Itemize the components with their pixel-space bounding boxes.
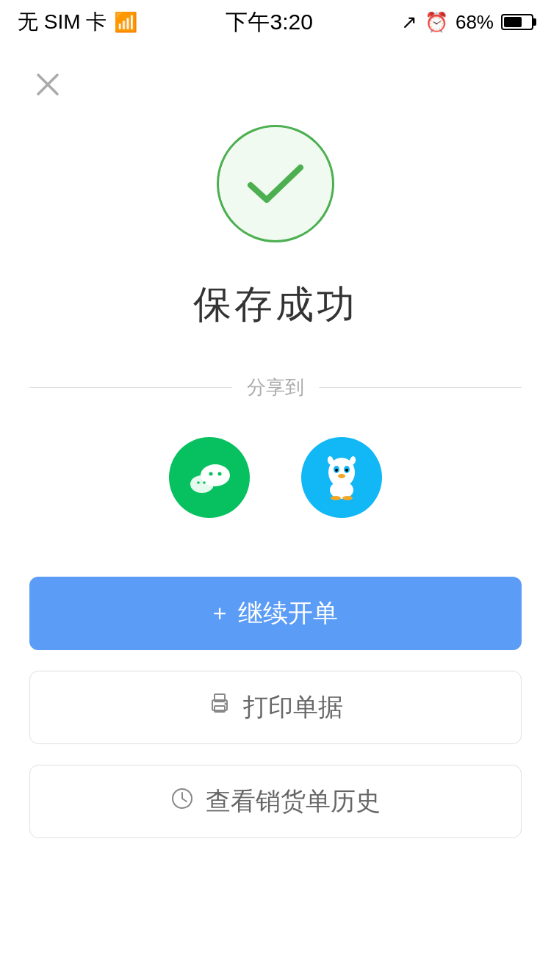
status-bar: 无 SIM 卡 📶 下午3:20 ↗ ⏰ 68%: [0, 0, 551, 44]
print-icon: [208, 693, 231, 722]
main-content: 保存成功 分享到: [0, 44, 551, 980]
history-icon: [170, 787, 194, 816]
printer-svg: [208, 693, 231, 716]
battery-text: 68%: [455, 11, 494, 34]
close-button[interactable]: [29, 66, 66, 103]
carrier-text: 无 SIM 卡: [18, 8, 107, 36]
history-button[interactable]: 查看销货单历史: [29, 765, 522, 838]
svg-point-7: [203, 481, 206, 484]
status-right: ↗ ⏰ 68%: [401, 11, 533, 34]
clock-svg: [170, 787, 194, 810]
svg-point-16: [342, 496, 353, 500]
svg-point-12: [345, 469, 348, 472]
alarm-icon: ⏰: [425, 11, 448, 34]
checkmark-icon: [246, 162, 305, 206]
svg-point-4: [209, 472, 212, 475]
success-circle: [217, 125, 334, 242]
plus-icon: +: [213, 600, 227, 627]
svg-point-5: [217, 472, 221, 475]
share-divider-row: 分享到: [29, 375, 522, 400]
wechat-icon: [186, 458, 234, 498]
battery-icon: [501, 14, 533, 30]
success-title: 保存成功: [193, 279, 358, 331]
svg-point-22: [225, 703, 227, 705]
share-section: 分享到: [29, 375, 522, 518]
share-icons: [169, 437, 382, 518]
share-label: 分享到: [247, 375, 304, 400]
svg-point-15: [331, 496, 341, 500]
actions: + 继续开单 打印单据 查看销货单历史: [29, 577, 522, 838]
svg-point-11: [335, 469, 338, 472]
print-label: 打印单据: [243, 691, 343, 724]
history-label: 查看销货单历史: [206, 785, 381, 818]
battery-fill: [504, 17, 522, 27]
qq-icon: [320, 452, 364, 503]
svg-point-6: [197, 481, 200, 484]
qq-share-button[interactable]: [301, 437, 382, 518]
location-icon: ↗: [401, 11, 417, 34]
continue-button[interactable]: + 继续开单: [29, 577, 522, 650]
status-carrier: 无 SIM 卡 📶: [18, 8, 137, 36]
divider-right: [319, 387, 522, 388]
wechat-share-button[interactable]: [169, 437, 250, 518]
close-icon: [35, 72, 60, 97]
print-button[interactable]: 打印单据: [29, 671, 522, 744]
status-time: 下午3:20: [226, 7, 312, 37]
divider-left: [29, 387, 232, 388]
continue-label: 继续开单: [238, 597, 338, 630]
wifi-icon: 📶: [114, 11, 137, 34]
svg-point-13: [338, 474, 345, 478]
